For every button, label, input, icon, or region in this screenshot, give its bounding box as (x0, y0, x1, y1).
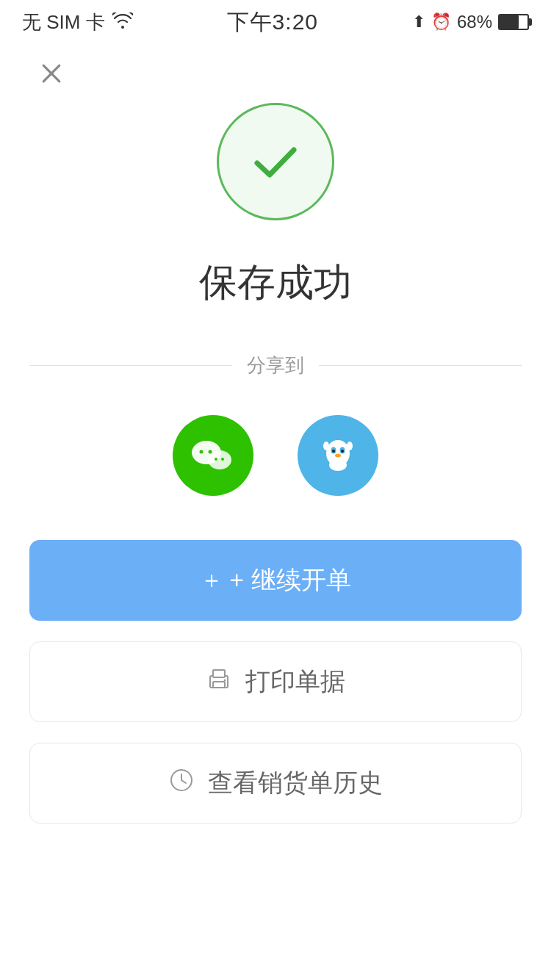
print-button[interactable]: 打印单据 (29, 641, 522, 722)
status-indicators: ⬆ ⏰ 68% (412, 12, 529, 32)
success-circle (217, 103, 334, 220)
wechat-share-button[interactable] (173, 415, 253, 496)
battery-percent: 68% (457, 12, 492, 32)
svg-point-7 (221, 458, 224, 461)
svg-point-4 (200, 450, 204, 454)
qq-share-button[interactable] (298, 415, 378, 496)
alarm-icon: ⏰ (431, 12, 451, 32)
svg-point-5 (209, 450, 212, 454)
svg-point-12 (332, 450, 335, 453)
wifi-icon (112, 11, 133, 34)
continue-button[interactable]: ＋ + 继续开单 (29, 540, 522, 621)
success-title: 保存成功 (199, 257, 352, 309)
share-label: 分享到 (247, 353, 304, 378)
svg-point-6 (215, 458, 217, 461)
carrier-text: 无 SIM 卡 (22, 10, 105, 35)
share-section: 分享到 (0, 353, 551, 496)
printer-icon (206, 666, 232, 698)
svg-point-16 (347, 442, 353, 450)
wechat-icon (190, 436, 236, 475)
status-time: 下午3:20 (227, 7, 318, 37)
svg-point-13 (341, 450, 344, 453)
battery-icon (498, 14, 529, 30)
svg-point-15 (323, 442, 329, 450)
history-button[interactable]: 查看销货单历史 (29, 743, 522, 824)
status-bar: 无 SIM 卡 下午3:20 ⬆ ⏰ 68% (0, 0, 551, 44)
plus-icon: ＋ (200, 564, 223, 597)
qq-icon (315, 433, 361, 478)
svg-point-14 (335, 454, 341, 458)
history-label: 查看销货单历史 (208, 766, 383, 800)
svg-rect-18 (213, 670, 225, 677)
svg-rect-19 (213, 682, 225, 688)
location-icon: ⬆ (412, 12, 425, 32)
close-icon (38, 60, 65, 87)
share-divider: 分享到 (29, 353, 522, 378)
svg-point-3 (208, 450, 231, 469)
clock-icon (168, 767, 195, 799)
continue-label: + 继续开单 (229, 563, 350, 597)
main-content: 保存成功 分享到 (0, 44, 551, 824)
svg-point-9 (329, 459, 347, 471)
share-icons (29, 415, 522, 496)
checkmark-icon (246, 132, 305, 191)
print-label: 打印单据 (245, 665, 345, 699)
status-carrier: 无 SIM 卡 (22, 10, 133, 35)
svg-point-20 (224, 680, 226, 682)
action-buttons: ＋ + 继续开单 打印单据 查看销货单历史 (0, 540, 551, 824)
close-button[interactable] (29, 51, 73, 96)
